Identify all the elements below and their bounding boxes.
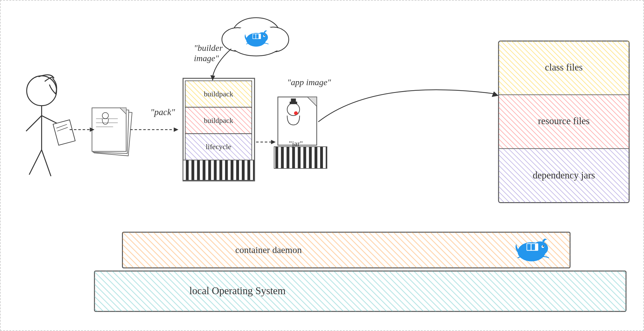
svg-marker-67 <box>271 140 276 144</box>
svg-point-31 <box>532 241 548 256</box>
svg-text:buildpack: buildpack <box>204 90 233 98</box>
svg-rect-36 <box>531 244 535 250</box>
svg-point-30 <box>518 242 545 261</box>
svg-point-54 <box>102 113 109 119</box>
svg-rect-28 <box>253 34 256 39</box>
svg-line-40 <box>41 116 60 125</box>
svg-line-39 <box>26 116 42 131</box>
svg-rect-41 <box>53 120 75 145</box>
svg-line-50 <box>120 108 126 114</box>
svg-point-21 <box>223 32 251 51</box>
svg-point-18 <box>258 27 289 52</box>
svg-rect-34 <box>526 243 539 251</box>
svg-text:class files: class files <box>545 62 583 73</box>
svg-marker-63 <box>90 127 95 132</box>
svg-point-26 <box>264 35 265 36</box>
svg-point-22 <box>259 31 287 51</box>
svg-rect-0 <box>95 271 626 312</box>
svg-text:image": image" <box>194 53 219 63</box>
svg-rect-13 <box>499 148 629 202</box>
svg-point-58 <box>287 103 300 116</box>
svg-text:"pack": "pack" <box>150 107 175 117</box>
svg-point-33 <box>543 246 544 247</box>
svg-rect-1 <box>95 271 626 312</box>
svg-text:"jar": "jar" <box>289 139 303 148</box>
svg-line-44 <box>29 150 42 175</box>
svg-rect-8 <box>183 160 255 180</box>
svg-marker-68 <box>492 91 499 97</box>
svg-rect-29 <box>256 34 259 39</box>
svg-rect-3 <box>122 232 570 268</box>
svg-rect-11 <box>499 41 629 95</box>
svg-rect-47 <box>93 109 129 153</box>
svg-rect-61 <box>291 99 296 102</box>
svg-rect-27 <box>252 34 261 39</box>
svg-point-23 <box>246 33 266 47</box>
svg-line-57 <box>307 97 317 106</box>
svg-rect-55 <box>278 97 317 145</box>
svg-line-45 <box>41 150 51 176</box>
svg-text:buildpack: buildpack <box>204 116 233 124</box>
svg-marker-65 <box>174 127 178 132</box>
svg-rect-48 <box>92 108 126 151</box>
svg-rect-6 <box>185 107 252 134</box>
svg-rect-7 <box>185 134 252 160</box>
svg-point-17 <box>222 28 253 51</box>
svg-rect-12 <box>499 95 629 148</box>
svg-text:dependency jars: dependency jars <box>533 170 595 181</box>
svg-marker-56 <box>307 97 317 106</box>
svg-text:"app image": "app image" <box>287 77 331 87</box>
svg-marker-69 <box>210 75 215 81</box>
svg-marker-49 <box>120 108 126 114</box>
svg-rect-35 <box>527 244 531 250</box>
svg-rect-9 <box>274 147 327 168</box>
svg-rect-2 <box>122 232 570 268</box>
svg-text:lifecycle: lifecycle <box>206 143 231 151</box>
svg-point-32 <box>542 245 544 248</box>
svg-point-59 <box>294 111 298 115</box>
svg-rect-60 <box>290 102 297 104</box>
svg-text:local Operating System: local Operating System <box>189 285 286 296</box>
svg-point-19 <box>231 32 281 56</box>
svg-text:resource files: resource files <box>538 115 589 126</box>
svg-point-24 <box>257 32 268 42</box>
svg-point-20 <box>234 24 278 52</box>
svg-point-16 <box>233 18 279 49</box>
diagram-container: local Operating System container daemon … <box>0 0 644 331</box>
svg-text:container daemon: container daemon <box>235 245 302 255</box>
svg-point-25 <box>263 35 265 37</box>
svg-rect-5 <box>185 81 252 107</box>
svg-line-43 <box>57 127 68 131</box>
svg-rect-46 <box>94 110 132 156</box>
svg-text:"builder: "builder <box>194 43 223 53</box>
svg-rect-4 <box>183 78 255 181</box>
svg-line-42 <box>56 124 67 128</box>
svg-point-37 <box>27 76 57 106</box>
svg-rect-10 <box>499 41 629 203</box>
